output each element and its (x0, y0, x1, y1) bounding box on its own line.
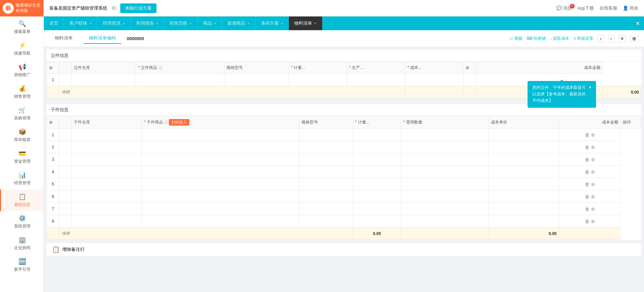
sidebar-item-quicknav[interactable]: ⚡ 快捷导航 (0, 38, 44, 60)
child-cell-product-1[interactable] (72, 129, 142, 141)
child-cell-unit-6[interactable] (299, 190, 353, 203)
tab-close-bom[interactable]: × (314, 21, 316, 25)
parent-cell-production-1[interactable] (289, 74, 347, 86)
child-cell-qty-3[interactable] (353, 153, 401, 166)
child-cell-unit-4[interactable] (299, 166, 353, 178)
child-cell-unit-3[interactable] (299, 153, 353, 166)
child-cell-unit-cost-2[interactable] (401, 141, 489, 153)
child-cell-unit-7[interactable] (299, 203, 353, 215)
sidebar-item-inventory[interactable]: 📦 库存核算 (0, 125, 44, 146)
copy-icon-8[interactable]: ⊕ (591, 219, 595, 224)
delete-icon-8[interactable]: 🗑 (585, 219, 590, 224)
nav-tab-profit[interactable]: 利润报告× (131, 16, 164, 30)
sidebar-item-search[interactable]: 🔍 搜索菜单 (0, 16, 44, 38)
close-all-tabs[interactable]: ✕ (631, 20, 644, 27)
parent-cell-warehouse-1[interactable] (59, 74, 72, 86)
sidebar-item-guide[interactable]: 🆕 新手引导 (0, 254, 44, 276)
app-download[interactable]: App下载 (577, 5, 594, 11)
child-cell-unit-cost-8[interactable] (401, 215, 489, 227)
copy-icon-1[interactable]: ⊕ (591, 132, 595, 138)
tab-close-customer[interactable]: × (89, 21, 91, 25)
child-cell-warehouse-6[interactable] (59, 190, 72, 203)
scan-button[interactable]: 扫码录入 (169, 119, 189, 126)
nav-prev[interactable]: ‹ (597, 35, 604, 42)
child-cell-unit-cost-4[interactable] (401, 166, 489, 178)
user-avatar[interactable]: 👤 用友 (623, 5, 639, 11)
add-row-label[interactable]: 增加备注行 (62, 246, 85, 253)
tab-close-history[interactable]: × (189, 21, 191, 25)
add-row-icon[interactable]: 📋 (52, 246, 60, 253)
child-cell-spec-4[interactable] (141, 166, 299, 178)
child-cell-qty-7[interactable] (353, 203, 401, 215)
sidebar-item-system[interactable]: ⚙️ 系统管理 (0, 211, 44, 233)
nav-tab-history[interactable]: 经营历程× (164, 16, 197, 30)
child-cell-qty-4[interactable] (353, 166, 401, 178)
child-cell-product-3[interactable] (72, 153, 142, 166)
child-cell-unit-2[interactable] (299, 141, 353, 153)
parent-cell-product-1[interactable] (72, 74, 136, 86)
tab-close-operations[interactable]: × (123, 21, 125, 25)
child-cell-unit-cost-6[interactable] (401, 190, 489, 203)
delete-icon-5[interactable]: 🗑 (585, 182, 590, 187)
child-cell-spec-6[interactable] (141, 190, 299, 203)
child-cell-qty-1[interactable] (353, 129, 401, 141)
get-cost-action[interactable]: ↓ 提取成本 (550, 36, 569, 42)
child-cell-unit-1[interactable] (299, 129, 353, 141)
child-cell-spec-1[interactable] (141, 129, 299, 141)
shortcut-action[interactable]: ⌨ 快捷键 (527, 36, 546, 42)
single-setting-action[interactable]: ≡ 单据设置 (573, 36, 593, 42)
copy-icon-2[interactable]: ⊕ (591, 144, 595, 150)
child-cell-product-8[interactable] (72, 215, 142, 227)
online-service[interactable]: 在线客服 (599, 5, 617, 11)
nav-menu[interactable]: ≡ (618, 35, 626, 42)
tab-close-goods[interactable]: × (214, 21, 216, 25)
nav-next[interactable]: › (608, 35, 614, 42)
tooltip-close[interactable]: × (589, 84, 591, 91)
tab-close-profit[interactable]: × (156, 21, 158, 25)
child-cell-warehouse-3[interactable] (59, 153, 72, 166)
settings-icon[interactable]: ⚙ (111, 5, 116, 11)
child-cell-qty-6[interactable] (353, 190, 401, 203)
sidebar-item-marketing[interactable]: 📢 营销推广 (0, 60, 44, 81)
child-cell-spec-5[interactable] (141, 178, 299, 190)
nav-tab-barcode[interactable]: 条码方案× (256, 16, 289, 30)
child-cell-warehouse-1[interactable] (59, 129, 72, 141)
video-action[interactable]: ▷ 视频 (510, 36, 522, 42)
delete-icon-3[interactable]: 🗑 (585, 157, 590, 162)
child-cell-product-5[interactable] (72, 178, 142, 190)
delete-icon-1[interactable]: 🗑 (585, 132, 590, 138)
tab-close-new_goods[interactable]: × (247, 21, 249, 25)
child-cell-spec-7[interactable] (141, 203, 299, 215)
nav-tab-customer[interactable]: 客户联络× (64, 16, 97, 30)
delete-icon-2[interactable]: 🗑 (585, 144, 590, 150)
child-cell-warehouse-8[interactable] (59, 215, 72, 227)
copy-icon-5[interactable]: ⊕ (591, 182, 595, 187)
child-cell-qty-5[interactable] (353, 178, 401, 190)
nav-tab-operations[interactable]: 经营情况× (97, 16, 131, 30)
tab-close-barcode[interactable]: × (281, 21, 283, 25)
copy-icon-6[interactable]: ⊕ (591, 194, 595, 199)
copy-icon-3[interactable]: ⊕ (591, 157, 595, 162)
child-cell-product-7[interactable] (72, 203, 142, 215)
child-cell-spec-2[interactable] (141, 141, 299, 153)
parent-cell-extra-1[interactable] (405, 74, 463, 86)
copy-icon-4[interactable]: ⊕ (591, 169, 595, 175)
parent-cell-cost-1[interactable] (347, 74, 405, 86)
sidebar-item-sales[interactable]: 💰 销售管理 (0, 81, 44, 103)
child-th-settings[interactable]: ⚙ (47, 116, 59, 129)
message-badge[interactable]: 💬 消息 6 (556, 5, 572, 11)
sidebar-item-purchase[interactable]: 🛒 采购管理 (0, 103, 44, 125)
delete-icon-7[interactable]: 🗑 (585, 206, 590, 212)
child-cell-unit-cost-3[interactable] (401, 153, 489, 166)
child-cell-warehouse-7[interactable] (59, 203, 72, 215)
child-cell-unit-8[interactable] (299, 215, 353, 227)
child-cell-product-4[interactable] (72, 166, 142, 178)
child-cell-warehouse-5[interactable] (59, 178, 72, 190)
delete-icon-6[interactable]: 🗑 (585, 194, 590, 199)
parent-cell-unit-1[interactable] (224, 74, 288, 86)
child-cell-unit-5[interactable] (299, 178, 353, 190)
copy-icon-7[interactable]: ⊕ (591, 206, 595, 212)
child-cell-unit-cost-7[interactable] (401, 203, 489, 215)
child-cell-qty-8[interactable] (353, 215, 401, 227)
nav-tab-bom[interactable]: 物料清单× (289, 16, 322, 30)
